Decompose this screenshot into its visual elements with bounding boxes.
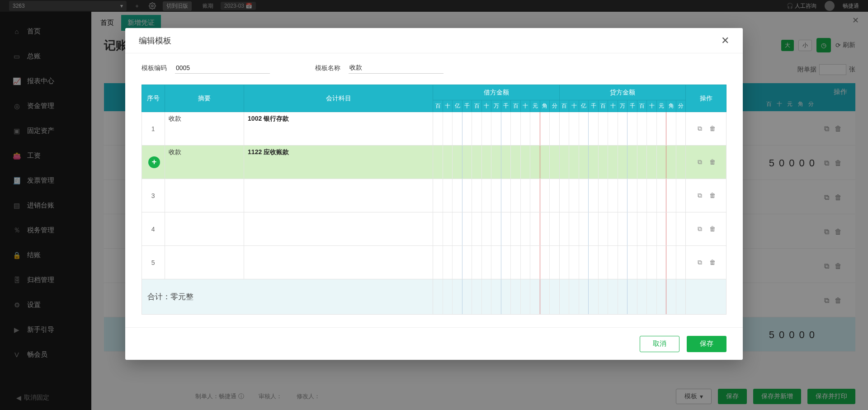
template-code-input[interactable] (175, 62, 270, 74)
row-summary[interactable] (165, 179, 244, 212)
digit-header: 十 (569, 100, 579, 112)
row-debit[interactable] (433, 212, 560, 246)
row-credit[interactable] (559, 112, 686, 146)
row-index: 5 (142, 246, 165, 279)
digit-header: 角 (540, 100, 550, 112)
row-ops: ⧉🗑 (686, 246, 726, 279)
template-code-label: 模板编码 (142, 64, 167, 72)
total-debit (433, 279, 560, 315)
col-subject: 会计科目 (244, 85, 433, 112)
modal-save-button[interactable]: 保存 (687, 336, 726, 352)
digit-header: 千 (501, 100, 511, 112)
digit-header: 百 (559, 100, 569, 112)
row-summary[interactable]: 收款 (165, 146, 244, 179)
row-index: 4 (142, 212, 165, 246)
digit-header: 元 (656, 100, 666, 112)
copy-icon[interactable]: ⧉ (695, 158, 704, 167)
copy-icon[interactable]: ⧉ (695, 191, 704, 200)
trash-icon[interactable]: 🗑 (708, 224, 717, 233)
digit-header: 十 (443, 100, 453, 112)
table-row[interactable]: +收款1122 应收账款⧉🗑 (142, 146, 726, 179)
row-debit[interactable] (433, 146, 560, 179)
row-credit[interactable] (559, 212, 686, 246)
row-subject[interactable] (244, 246, 433, 279)
row-subject[interactable]: 1002 银行存款 (244, 112, 433, 146)
digit-header: 万 (618, 100, 627, 112)
digit-header: 百 (598, 100, 608, 112)
row-index: 1 (142, 112, 165, 146)
digit-header: 亿 (453, 100, 462, 112)
row-subject[interactable] (244, 179, 433, 212)
copy-icon[interactable]: ⧉ (695, 225, 704, 234)
digit-header: 十 (520, 100, 530, 112)
row-ops: ⧉🗑 (686, 179, 726, 212)
template-name-input[interactable] (349, 62, 443, 74)
digit-header: 千 (627, 100, 637, 112)
row-index: + (142, 146, 165, 179)
template-name-label: 模板名称 (315, 64, 340, 72)
digit-header: 万 (491, 100, 501, 112)
col-summary: 摘要 (165, 85, 244, 112)
col-idx: 序号 (142, 85, 165, 112)
modal-close-button[interactable]: ✕ (721, 35, 729, 47)
total-credit (559, 279, 686, 315)
copy-icon[interactable]: ⧉ (695, 258, 704, 267)
row-debit[interactable] (433, 246, 560, 279)
col-credit: 贷方金额 (559, 85, 686, 100)
row-summary[interactable] (165, 212, 244, 246)
copy-icon[interactable]: ⧉ (695, 124, 704, 133)
digit-header: 千 (462, 100, 472, 112)
digit-header: 角 (666, 100, 676, 112)
row-credit[interactable] (559, 179, 686, 212)
row-subject[interactable]: 1122 应收账款 (244, 146, 433, 179)
edit-template-modal: 编辑模板 ✕ 模板编码 模板名称 序 (125, 28, 743, 360)
add-row-button[interactable]: + (148, 156, 160, 168)
table-row[interactable]: 1收款1002 银行存款⧉🗑 (142, 112, 726, 146)
col-debit: 借方金额 (433, 85, 560, 100)
digit-header: 百 (433, 100, 443, 112)
digit-header: 百 (472, 100, 482, 112)
modal-overlay: 编辑模板 ✕ 模板编码 模板名称 序 (0, 0, 868, 410)
digit-header: 亿 (579, 100, 589, 112)
row-credit[interactable] (559, 246, 686, 279)
total-label: 合计：零元整 (142, 279, 433, 315)
digit-header: 元 (530, 100, 540, 112)
row-index: 3 (142, 179, 165, 212)
row-subject[interactable] (244, 212, 433, 246)
row-debit[interactable] (433, 112, 560, 146)
row-debit[interactable] (433, 179, 560, 212)
col-ops: 操作 (686, 85, 726, 112)
table-row[interactable]: 3⧉🗑 (142, 179, 726, 212)
digit-header: 十 (647, 100, 657, 112)
digit-header: 百 (637, 100, 647, 112)
row-credit[interactable] (559, 146, 686, 179)
row-ops: ⧉🗑 (686, 112, 726, 146)
digit-header: 分 (676, 100, 686, 112)
table-row[interactable]: 5⧉🗑 (142, 246, 726, 279)
row-summary[interactable]: 收款 (165, 112, 244, 146)
row-ops: ⧉🗑 (686, 212, 726, 246)
trash-icon[interactable]: 🗑 (708, 258, 717, 267)
digit-header: 十 (608, 100, 618, 112)
template-table: 序号 摘要 会计科目 借方金额 贷方金额 操作 百十亿千百十万千百十元角分百十亿… (142, 85, 726, 315)
digit-header: 十 (481, 100, 491, 112)
row-ops: ⧉🗑 (686, 146, 726, 179)
trash-icon[interactable]: 🗑 (708, 191, 717, 200)
digit-header: 千 (589, 100, 599, 112)
digit-header: 百 (511, 100, 521, 112)
digit-header: 分 (550, 100, 560, 112)
trash-icon[interactable]: 🗑 (708, 124, 717, 133)
row-summary[interactable] (165, 246, 244, 279)
modal-title: 编辑模板 (139, 35, 171, 46)
trash-icon[interactable]: 🗑 (708, 157, 717, 166)
modal-cancel-button[interactable]: 取消 (640, 336, 679, 352)
total-ops (686, 279, 726, 315)
table-row[interactable]: 4⧉🗑 (142, 212, 726, 246)
